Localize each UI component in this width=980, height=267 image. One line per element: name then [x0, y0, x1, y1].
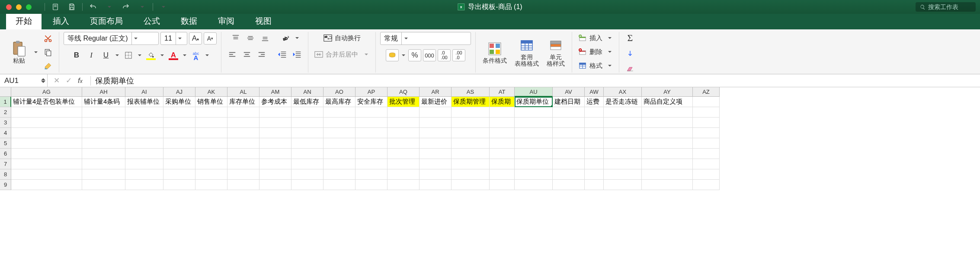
- cell[interactable]: [11, 180, 82, 190]
- increase-indent-button[interactable]: [291, 48, 304, 60]
- column-header[interactable]: AV: [553, 87, 585, 97]
- cell[interactable]: [553, 118, 585, 128]
- cell[interactable]: [291, 128, 323, 138]
- cell[interactable]: [490, 169, 515, 180]
- cell[interactable]: [585, 149, 604, 159]
- cell[interactable]: [259, 128, 291, 138]
- cell[interactable]: [82, 138, 125, 149]
- phonetic-dropdown[interactable]: [204, 53, 210, 58]
- cell[interactable]: [291, 180, 323, 190]
- number-format-select[interactable]: 常规: [380, 32, 471, 45]
- wrap-text-button[interactable]: ab 自动换行: [322, 32, 362, 44]
- phonetic-button[interactable]: abcA: [189, 49, 202, 61]
- cell[interactable]: [490, 138, 515, 149]
- delete-dropdown[interactable]: [607, 49, 613, 54]
- cell[interactable]: [11, 149, 82, 159]
- fill-button[interactable]: [624, 48, 637, 60]
- cell[interactable]: [515, 128, 553, 138]
- tab-view[interactable]: 视图: [246, 13, 281, 29]
- fill-color-button[interactable]: [144, 49, 157, 61]
- cell[interactable]: 采购单位: [163, 97, 195, 107]
- decrease-decimal-button[interactable]: .00.0: [452, 49, 465, 61]
- cell[interactable]: [355, 149, 388, 159]
- row-header[interactable]: 4: [0, 128, 11, 138]
- cell[interactable]: 参考成本: [259, 97, 291, 107]
- cell[interactable]: [227, 138, 259, 149]
- cell-styles-button[interactable]: 单元 格样式: [544, 37, 567, 68]
- cell[interactable]: [585, 118, 604, 128]
- cell[interactable]: [355, 107, 388, 118]
- cell[interactable]: [420, 138, 452, 149]
- cell[interactable]: [604, 149, 642, 159]
- cell[interactable]: [604, 169, 642, 180]
- cell[interactable]: [642, 169, 693, 180]
- cell[interactable]: [490, 149, 515, 159]
- cell[interactable]: [11, 159, 82, 169]
- cell[interactable]: [693, 149, 720, 159]
- cell[interactable]: [323, 169, 355, 180]
- undo-dropdown[interactable]: [103, 2, 115, 12]
- cell[interactable]: [490, 128, 515, 138]
- cell[interactable]: [227, 159, 259, 169]
- row-header[interactable]: 1: [0, 97, 11, 107]
- cell[interactable]: [125, 149, 163, 159]
- cell[interactable]: [553, 138, 585, 149]
- cell[interactable]: [693, 180, 720, 190]
- cell[interactable]: [553, 180, 585, 190]
- cell[interactable]: [515, 138, 553, 149]
- cell[interactable]: [604, 138, 642, 149]
- cell[interactable]: [163, 138, 195, 149]
- cell[interactable]: [452, 180, 490, 190]
- cell[interactable]: [163, 118, 195, 128]
- align-top-button[interactable]: [229, 32, 242, 44]
- cell[interactable]: [291, 149, 323, 159]
- cell[interactable]: [693, 97, 720, 107]
- cell[interactable]: [259, 180, 291, 190]
- cell[interactable]: [515, 118, 553, 128]
- cell[interactable]: [604, 159, 642, 169]
- cell[interactable]: [420, 149, 452, 159]
- cell[interactable]: [420, 118, 452, 128]
- cell[interactable]: [227, 180, 259, 190]
- tab-home[interactable]: 开始: [6, 13, 42, 29]
- bold-button[interactable]: B: [70, 49, 83, 61]
- cell[interactable]: [642, 107, 693, 118]
- column-header[interactable]: AZ: [693, 87, 720, 97]
- cell[interactable]: [227, 128, 259, 138]
- cell[interactable]: [355, 118, 388, 128]
- borders-dropdown[interactable]: [137, 53, 143, 58]
- cell[interactable]: [642, 149, 693, 159]
- insert-cells-button[interactable]: 插入: [576, 32, 615, 44]
- cell[interactable]: [11, 107, 82, 118]
- cell[interactable]: [388, 118, 420, 128]
- cell[interactable]: [323, 138, 355, 149]
- paste-button[interactable]: 粘贴: [8, 40, 30, 65]
- row-header[interactable]: 6: [0, 149, 11, 159]
- column-header[interactable]: AN: [291, 87, 323, 97]
- conditional-format-button[interactable]: 条件格式: [480, 40, 509, 65]
- cell[interactable]: [291, 169, 323, 180]
- cell[interactable]: [553, 107, 585, 118]
- redo-icon[interactable]: [120, 2, 132, 12]
- cell[interactable]: [227, 169, 259, 180]
- cell[interactable]: [420, 107, 452, 118]
- cell[interactable]: 保质期管理: [452, 97, 490, 107]
- tab-page-layout[interactable]: 页面布局: [80, 13, 132, 29]
- decrease-font-button[interactable]: A▾: [204, 32, 217, 44]
- cell[interactable]: [693, 169, 720, 180]
- cell[interactable]: [125, 118, 163, 128]
- decrease-indent-button[interactable]: [276, 48, 289, 60]
- accounting-dropdown[interactable]: [400, 53, 407, 58]
- cell[interactable]: [355, 159, 388, 169]
- cell[interactable]: 保质期: [490, 97, 515, 107]
- cell[interactable]: [195, 149, 227, 159]
- cell[interactable]: [82, 159, 125, 169]
- cell[interactable]: [11, 118, 82, 128]
- cell[interactable]: [452, 169, 490, 180]
- select-all-corner[interactable]: [0, 87, 11, 97]
- autosave-icon[interactable]: [49, 2, 61, 12]
- cell[interactable]: [585, 159, 604, 169]
- column-header[interactable]: AK: [195, 87, 227, 97]
- cell[interactable]: [585, 107, 604, 118]
- column-header[interactable]: AI: [125, 87, 163, 97]
